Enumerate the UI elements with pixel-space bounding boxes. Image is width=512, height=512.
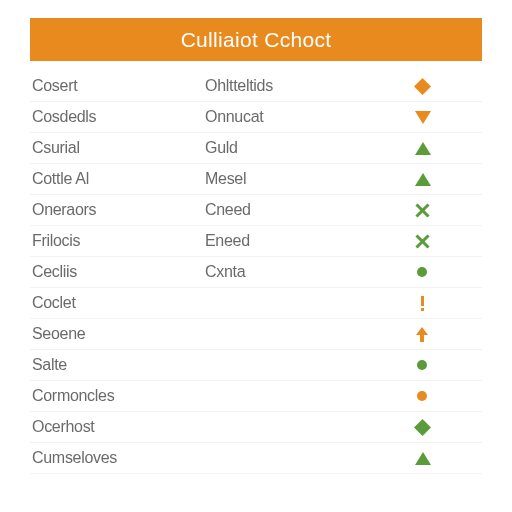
- table-row: Ocerhost: [30, 412, 482, 443]
- col-2-label: Mesel: [205, 170, 375, 188]
- status-cell: [375, 142, 482, 155]
- status-cell: [375, 203, 482, 218]
- col-1-label: Seoene: [30, 325, 205, 343]
- table-row: Cumseloves: [30, 443, 482, 474]
- status-cell: [375, 296, 482, 311]
- exclaim-icon: [415, 296, 430, 311]
- col-1-label: Cottle Al: [30, 170, 205, 188]
- col-1-label: Cumseloves: [30, 449, 205, 467]
- dot-icon: [417, 391, 427, 401]
- col-1-label: Cosert: [30, 77, 205, 95]
- status-table: CosertOhltteltidsCosdedlsOnnucatCsurialG…: [30, 71, 482, 474]
- arrow-up-icon: [415, 327, 430, 342]
- table-header: Culliaiot Cchoct: [30, 18, 482, 61]
- status-cell: [375, 358, 482, 372]
- col-1-label: Cecliis: [30, 263, 205, 281]
- col-1-label: Cormoncles: [30, 387, 205, 405]
- status-cell: [375, 452, 482, 465]
- col-1-label: Frilocis: [30, 232, 205, 250]
- dot-icon: [417, 360, 427, 370]
- status-cell: [375, 234, 482, 249]
- table-row: Cottle AlMesel: [30, 164, 482, 195]
- table-row: Seoene: [30, 319, 482, 350]
- col-1-label: Coclet: [30, 294, 205, 312]
- table-row: Cormoncles: [30, 381, 482, 412]
- status-cell: [375, 265, 482, 279]
- col-2-label: Ohltteltids: [205, 77, 375, 95]
- table-row: CosdedlsOnnucat: [30, 102, 482, 133]
- dot-icon: [417, 267, 427, 277]
- col-1-label: Salte: [30, 356, 205, 374]
- table-row: CecliisCxnta: [30, 257, 482, 288]
- triangle-up-icon: [415, 142, 431, 155]
- status-cell: [375, 79, 482, 94]
- status-cell: [375, 111, 482, 124]
- col-2-label: Cneed: [205, 201, 375, 219]
- col-2-label: Eneed: [205, 232, 375, 250]
- x-icon: [415, 234, 430, 249]
- triangle-up-icon: [415, 452, 431, 465]
- col-2-label: Onnucat: [205, 108, 375, 126]
- status-cell: [375, 327, 482, 342]
- col-2-label: Guld: [205, 139, 375, 157]
- status-cell: [375, 420, 482, 435]
- col-1-label: Cosdedls: [30, 108, 205, 126]
- diamond-icon: [414, 78, 431, 95]
- status-cell: [375, 389, 482, 403]
- col-2-label: Cxnta: [205, 263, 375, 281]
- diamond-icon: [414, 419, 431, 436]
- table-row: CosertOhltteltids: [30, 71, 482, 102]
- table-row: Salte: [30, 350, 482, 381]
- table-row: OneraorsCneed: [30, 195, 482, 226]
- col-1-label: Csurial: [30, 139, 205, 157]
- table-row: FrilocisEneed: [30, 226, 482, 257]
- table-row: CsurialGuld: [30, 133, 482, 164]
- col-1-label: Ocerhost: [30, 418, 205, 436]
- table-row: Coclet: [30, 288, 482, 319]
- x-icon: [415, 203, 430, 218]
- triangle-up-icon: [415, 173, 431, 186]
- status-cell: [375, 173, 482, 186]
- col-1-label: Oneraors: [30, 201, 205, 219]
- triangle-down-icon: [415, 111, 431, 124]
